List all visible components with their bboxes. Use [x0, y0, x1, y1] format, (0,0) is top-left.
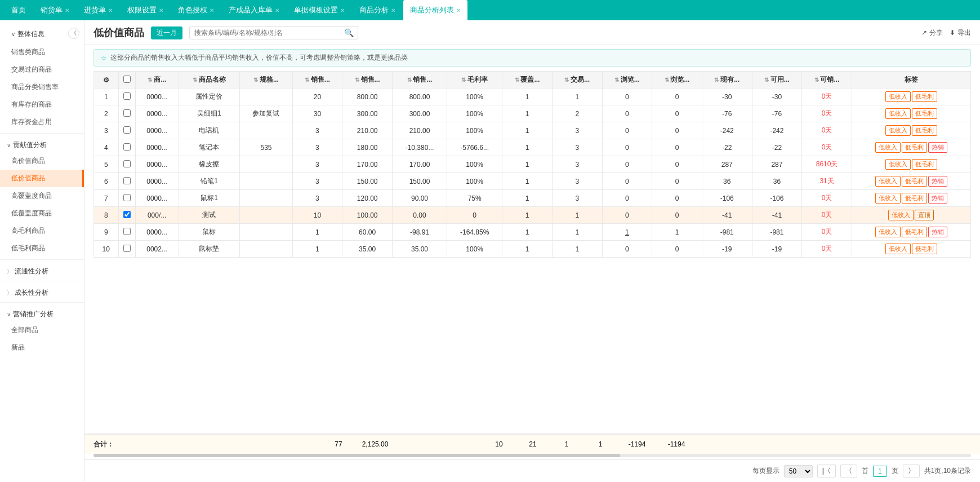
nav-sales[interactable]: 销货单 ✕ [34, 0, 76, 20]
row-select-checkbox[interactable] [123, 177, 131, 184]
row-select-checkbox[interactable] [123, 143, 131, 151]
tag: 置顶 [915, 210, 934, 220]
row-gross: -5766.6... [447, 139, 502, 156]
row-gross: -164.85% [447, 224, 502, 241]
sidebar-item-all-goods[interactable]: 全部商品 [0, 321, 84, 339]
nav-production[interactable]: 产成品入库单 ✕ [222, 0, 286, 20]
per-page-select[interactable]: 50 100 [784, 465, 813, 477]
row-browse1: 0 [602, 207, 652, 224]
row-browse2: 0 [652, 156, 702, 173]
row-current: -981 [702, 224, 752, 241]
row-tags: 低收入置顶 [852, 207, 970, 224]
row-spec [240, 241, 292, 258]
row-checkbox[interactable] [118, 190, 135, 207]
sidebar-item-high-value[interactable]: 高价值商品 [0, 152, 84, 170]
sidebar-group-growth[interactable]: 〉 成长性分析 [0, 284, 84, 300]
th-gross[interactable]: 毛利率 [447, 72, 502, 89]
footer-sale2: 2,125.00 [353, 438, 398, 450]
th-name[interactable]: 商品名称 [179, 72, 240, 89]
row-sale1: 3 [292, 173, 342, 190]
sidebar-item-stock-fund[interactable]: 库存资金占用 [0, 113, 84, 131]
row-num: 6 [94, 173, 119, 190]
select-all-checkbox[interactable] [123, 76, 131, 83]
row-select-checkbox[interactable] [123, 92, 131, 100]
row-select-checkbox[interactable] [123, 160, 131, 167]
row-coverage: 1 [502, 122, 553, 139]
nav-home[interactable]: 首页 [5, 0, 33, 20]
share-button[interactable]: ↗ 分享 [921, 28, 943, 38]
row-code: 0002... [135, 241, 179, 258]
nav-permissions[interactable]: 权限设置 ✕ [121, 0, 170, 20]
th-sale3[interactable]: 销售... [392, 72, 447, 89]
row-select-checkbox[interactable] [123, 245, 131, 252]
th-browse2[interactable]: 浏览... [652, 72, 702, 89]
sidebar-item-high-margin[interactable]: 高毛利商品 [0, 222, 84, 240]
row-checkbox[interactable] [118, 173, 135, 190]
th-saleable[interactable]: 可销... [802, 72, 852, 89]
page-title: 低价值商品 [93, 26, 144, 39]
row-trade: 3 [552, 139, 602, 156]
row-sale2: 120.00 [342, 190, 393, 207]
th-sale2[interactable]: 销售... [342, 72, 393, 89]
row-checkbox[interactable] [118, 89, 135, 105]
row-checkbox[interactable] [118, 241, 135, 258]
row-select-checkbox[interactable] [123, 126, 131, 134]
row-browse1: 0 [602, 122, 652, 139]
nav-analysis-list[interactable]: 商品分析列表 ✕ [403, 0, 467, 20]
page-label: 首 [862, 466, 868, 476]
export-icon: ⬇ [950, 29, 955, 37]
row-select-checkbox[interactable] [123, 109, 131, 117]
tag: 低毛利 [902, 193, 927, 204]
row-checkbox[interactable] [118, 139, 135, 156]
sidebar-item-low-value[interactable]: 低价值商品 [0, 170, 84, 187]
row-browse2: 0 [652, 139, 702, 156]
sidebar-item-new-goods[interactable]: 新品 [0, 339, 84, 356]
th-settings[interactable]: ⚙ [94, 72, 119, 89]
next-page-btn[interactable]: 〉 [903, 465, 920, 477]
row-select-checkbox[interactable] [123, 194, 131, 201]
sidebar-item-stock-goods[interactable]: 有库存的商品 [0, 96, 84, 113]
row-sale1: 3 [292, 156, 342, 173]
th-code[interactable]: 商... [135, 72, 179, 89]
tag: 低毛利 [902, 176, 927, 187]
row-select-checkbox[interactable] [123, 211, 131, 218]
row-checkbox[interactable] [118, 156, 135, 173]
nav-template[interactable]: 单据模板设置 ✕ [287, 0, 351, 20]
sidebar-item-category-rate[interactable]: 商品分类销售率 [0, 78, 84, 96]
period-button[interactable]: 近一月 [151, 26, 182, 39]
row-trade: 2 [552, 105, 602, 122]
row-checkbox[interactable] [118, 122, 135, 139]
row-coverage: 1 [502, 156, 553, 173]
export-button[interactable]: ⬇ 导出 [950, 28, 971, 38]
sidebar-item-sales-goods[interactable]: 销售类商品 [0, 43, 84, 61]
tag: 低收入 [875, 142, 901, 153]
th-avail[interactable]: 可用... [752, 72, 802, 89]
sidebar-item-low-margin[interactable]: 低毛利商品 [0, 240, 84, 257]
first-page-btn[interactable]: |〈 [817, 465, 836, 477]
row-select-checkbox[interactable] [123, 228, 131, 235]
th-browse1[interactable]: 浏览... [602, 72, 652, 89]
nav-analysis[interactable]: 商品分析 ✕ [353, 0, 402, 20]
row-checkbox[interactable] [118, 207, 135, 224]
row-checkbox[interactable] [118, 224, 135, 241]
row-gross: 100% [447, 122, 502, 139]
sidebar-item-high-coverage[interactable]: 高覆盖度商品 [0, 187, 84, 205]
row-checkbox[interactable] [118, 105, 135, 122]
search-input[interactable] [189, 26, 358, 39]
nav-purchase[interactable]: 进货单 ✕ [77, 0, 119, 20]
nav-roles[interactable]: 角色授权 ✕ [171, 0, 221, 20]
th-coverage[interactable]: 覆盖... [502, 72, 553, 89]
row-browse2: 0 [652, 105, 702, 122]
sidebar-item-traded-goods[interactable]: 交易过的商品 [0, 61, 84, 78]
th-spec[interactable]: 规格... [240, 72, 292, 89]
sidebar-group-flow[interactable]: 〉 流通性分析 [0, 262, 84, 278]
th-trade[interactable]: 交易... [552, 72, 602, 89]
row-browse1[interactable]: 1 [602, 224, 652, 241]
row-trade: 3 [552, 190, 602, 207]
th-current[interactable]: 现有... [702, 72, 752, 89]
sidebar-item-low-coverage[interactable]: 低覆盖度商品 [0, 205, 84, 222]
sidebar-collapse-btn[interactable]: 《 [68, 28, 79, 39]
th-sale1[interactable]: 销售... [292, 72, 342, 89]
row-sale1: 3 [292, 139, 342, 156]
prev-page-btn[interactable]: 〈 [840, 465, 857, 477]
